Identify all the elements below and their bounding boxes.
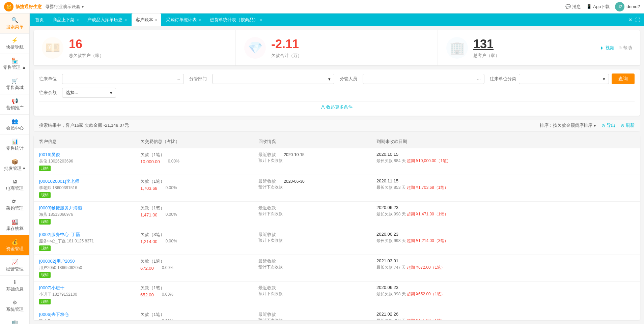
td-due-6: 2021.02.26 最长欠款 750 天 超期 ¥455.90（1笔） <box>371 308 640 320</box>
refresh-btn[interactable]: ⊙ 刷新 <box>621 122 635 128</box>
sidebar-label-ecommerce: 电商管理 <box>6 186 24 191</box>
tab-production[interactable]: 产成品入库单历史 × <box>83 13 131 26</box>
app-download-btn[interactable]: 📱 App下载 <box>586 4 610 10</box>
due-date-1: 2020.11.15 <box>376 178 635 183</box>
debt-amount-3[interactable]: 1,214.00 <box>140 239 158 244</box>
td-due-2: 2020.06.23 最长欠款 998 天 超期 ¥1,471.00（1笔） <box>371 202 640 228</box>
sidebar-item-quicknav[interactable]: ⚡ 快捷导航 <box>0 34 29 54</box>
filter-input-person[interactable]: ··· <box>363 74 484 84</box>
due-date-3: 2020.06.23 <box>376 232 635 237</box>
video-btn[interactable]: ⏵ 视频 <box>600 45 615 51</box>
filter-select-dept[interactable]: ▾ <box>212 74 334 84</box>
tab-close-all-icon[interactable]: ✕ <box>628 17 633 23</box>
customer-name-3[interactable]: [0002]服务中心_丁磊 <box>39 232 130 238</box>
collapse-row[interactable]: ⋀ 收起更多条件 <box>39 101 635 112</box>
customer-name-0[interactable]: [0016]吴俊 <box>39 152 130 158</box>
debt-amount-4[interactable]: 672.00 <box>140 266 154 271</box>
sidebar-item-member[interactable]: 👥 会员中心 <box>0 115 29 135</box>
td-collection-0: 最近收款 2020-10-15 预计下次收款 <box>253 148 371 175</box>
td-due-3: 2020.06.23 最长欠款 998 天 超期 ¥1,214.00（3笔） <box>371 228 640 255</box>
sidebar-item-retail-mgmt[interactable]: 🏪 零售管理 ▲ <box>0 54 29 74</box>
tab-customer-close[interactable]: × <box>155 18 157 22</box>
tab-home-label: 首页 <box>35 17 44 23</box>
sort-selector[interactable]: 排序：按欠款金额倒序排序 ▾ <box>540 122 596 128</box>
tab-purchase-close[interactable]: × <box>199 18 201 22</box>
debt-desc-3: 欠款（3笔） <box>140 232 248 238</box>
customer-name-2[interactable]: [0003]畅捷服务尹海燕 <box>39 205 130 211</box>
customer-name-4[interactable]: [000002]用户2050 <box>39 258 130 264</box>
sidebar-item-warehouse[interactable]: 🏭 库存核算 <box>0 215 29 235</box>
tab-incoming-close[interactable]: × <box>260 18 262 22</box>
customer-contact-4: 用户2050 18665062050 <box>39 265 130 271</box>
sidebar-item-basic-info[interactable]: ℹ 基础信息 <box>0 276 29 296</box>
due-date-4: 2021.03.01 <box>376 258 635 263</box>
overdue-amount-1[interactable]: 超期 ¥1,703.68（1笔） <box>407 185 448 190</box>
tab-purchase[interactable]: 采购订单统计表 × <box>162 13 205 26</box>
debt-amount-0[interactable]: 10,000.00 <box>140 159 160 164</box>
filter-area: 往来单位 ··· 分管部门 ▾ 分管人员 <box>34 69 640 116</box>
content: 💴 16 总欠款客户（家） 💎 -2.11 欠款合计（万） <box>30 26 644 324</box>
chevron-down-icon-dept: ▾ <box>328 77 331 82</box>
tab-home[interactable]: 首页 <box>31 13 48 26</box>
tab-incoming[interactable]: 进货单统计表（按商品） × <box>206 13 266 26</box>
overdue-amount-0[interactable]: 超期 ¥10,000.00（1笔） <box>407 158 451 163</box>
sidebar-item-retail-mall[interactable]: 🛒 零售商城 <box>0 74 29 94</box>
td-customer-0: [0016]吴俊 吴俊 13026203696 现销 <box>34 148 135 175</box>
overdue-days-0: 最长欠款 884 天 <box>376 158 407 163</box>
finance-icon: 💰 <box>0 239 29 245</box>
user-area[interactable]: d2 demo2 <box>615 2 640 11</box>
customer-name-1[interactable]: [0001020001]李老师 <box>39 178 130 184</box>
tab-production-close[interactable]: × <box>124 18 127 22</box>
tab-customer[interactable]: 客户账本 × <box>132 13 161 26</box>
stat-icon-debt: 💴 <box>42 37 63 59</box>
customer-tag-1: 现销 <box>39 192 51 198</box>
sidebar-label-warehouse: 库存核算 <box>6 226 24 231</box>
customer-tag-0: 现销 <box>39 166 51 171</box>
tab-goods[interactable]: 商品上下架 × <box>49 13 83 26</box>
tab-goods-label: 商品上下架 <box>53 17 75 23</box>
message-btn[interactable]: 💬 消息 <box>565 4 581 10</box>
overdue-amount-2[interactable]: 超期 ¥1,471.00（1笔） <box>407 212 448 216</box>
td-debt-3: 欠款（3笔） 1,214.00 0.00% <box>135 228 253 255</box>
sidebar-item-retail-stats[interactable]: 📊 零售统计 <box>0 135 29 155</box>
sidebar-item-enterprise[interactable]: 🏢 企业协同 <box>0 316 29 324</box>
sidebar-item-ecommerce[interactable]: 🖥 电商管理 <box>0 175 29 195</box>
sidebar-item-batch-mgmt[interactable]: 📦 批发管理 ▾ <box>0 155 29 175</box>
overdue-amount-4[interactable]: 超期 ¥672.00（1笔） <box>407 265 445 270</box>
sidebar-item-purchase-mgmt[interactable]: 🛍 采购管理 <box>0 195 29 215</box>
stat-icon-total: 🏢 <box>446 37 468 59</box>
overdue-amount-5[interactable]: 超期 ¥652.00（1笔） <box>407 292 445 296</box>
debt-amount-2[interactable]: 1,471.00 <box>140 212 158 217</box>
debt-amount-6[interactable]: 455.90 <box>140 319 154 320</box>
query-button[interactable]: 查询 <box>612 73 635 84</box>
summary-bar: 搜索结果中，客户16家 欠款金额 -21,148.07元 排序：按欠款金额倒序排… <box>34 120 640 131</box>
brand-name: 畅捷通好生意 <box>16 4 42 10</box>
filter-balance-value: 选择... <box>66 90 78 96</box>
sidebar-item-system[interactable]: ⚙ 系统管理 <box>0 296 29 316</box>
sidebar-item-operation[interactable]: 📈 经营管理 <box>0 256 29 276</box>
filter-input-from-unit[interactable]: ··· <box>62 74 184 84</box>
store-selector[interactable]: 母婴行业演示账套 ▾ <box>45 4 84 10</box>
sidebar-item-finance[interactable]: 💰 资金管理 <box>0 235 29 256</box>
overdue-amount-3[interactable]: 超期 ¥1,214.00（3笔） <box>407 238 448 243</box>
next-collection-6: 预计下次收款 <box>258 318 366 320</box>
filter-select-balance[interactable]: 选择... ▾ <box>62 88 116 98</box>
collection-label-4: 最近收款 <box>258 258 366 264</box>
debt-amount-1[interactable]: 1,703.68 <box>140 186 158 191</box>
filter-select-unit-type[interactable]: ▾ <box>519 74 609 84</box>
customer-name-5[interactable]: [0007]小进干 <box>39 285 130 291</box>
td-customer-4: [000002]用户2050 用户2050 18665062050 现销 <box>34 255 135 281</box>
sidebar-item-marketing[interactable]: 📢 营销推广 <box>0 94 29 115</box>
th-collection: 回收情况 <box>253 135 371 148</box>
help-btn[interactable]: ⊙ 帮助 <box>618 45 632 51</box>
refresh-label: 刷新 <box>626 122 635 128</box>
export-btn[interactable]: ⊙ 导出 <box>601 122 615 128</box>
td-debt-2: 欠款（1笔） 1,471.00 0.00% <box>135 202 253 228</box>
customer-name-6[interactable]: [0006]去下粮仓 <box>39 312 130 318</box>
tab-goods-close[interactable]: × <box>77 18 79 22</box>
member-icon: 👥 <box>0 118 29 124</box>
tab-expand-icon[interactable]: ⛶ <box>635 17 640 23</box>
sidebar-item-search[interactable]: 🔍 搜索菜单 <box>0 13 29 34</box>
overdue-amount-6[interactable]: 超期 ¥455.90（1笔） <box>407 318 445 320</box>
debt-amount-5[interactable]: 652.00 <box>140 292 154 297</box>
